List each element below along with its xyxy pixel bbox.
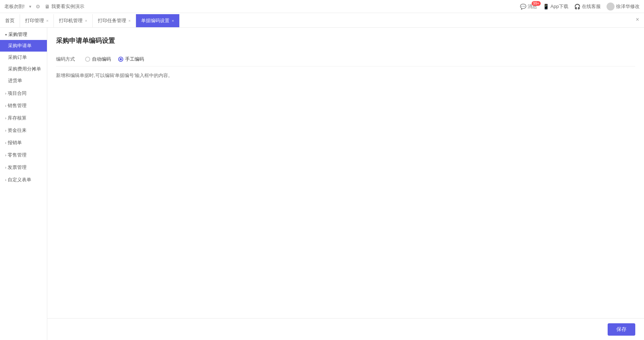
sidebar-group-invoice[interactable]: › 发票管理 <box>0 161 47 173</box>
app-icon <box>543 4 549 9</box>
bottom-bar: 保存 <box>47 318 644 340</box>
auto-code-radio[interactable] <box>85 57 90 62</box>
sidebar-group-retail[interactable]: › 零售管理 <box>0 148 47 161</box>
sidebar-group-sales-arrow: › <box>5 104 6 108</box>
content-area: 采购申请单编码设置 编码方式 自动编码 手工编码 新增和编辑单据时,可以编辑'单… <box>47 28 644 340</box>
demo-link[interactable]: 我要看实例演示 <box>45 3 84 10</box>
page-title: 采购申请单编码设置 <box>56 36 635 45</box>
sidebar-group-project-arrow: › <box>5 92 6 96</box>
tab-print-task-management[interactable]: 打印任务管理 × <box>93 14 136 27</box>
encoding-radio-group: 自动编码 手工编码 <box>85 56 144 62</box>
encoding-section: 编码方式 自动编码 手工编码 <box>56 52 635 66</box>
sidebar-group-purchase: ▾ 采购管理 采购申请单 采购订单 采购费用分摊单 进货单 <box>0 28 47 86</box>
sidebar-group-custom-form[interactable]: › 自定义表单 <box>0 173 47 185</box>
sidebar-group-purchase-header[interactable]: ▾ 采购管理 <box>0 28 47 40</box>
top-bar-left: 老板勿割! ▾ ⚙ 我要看实例演示 <box>4 3 84 10</box>
sidebar-group-purchase-arrow: ▾ <box>5 33 7 37</box>
online-service-button[interactable]: 在线客服 <box>574 3 601 10</box>
tab-close-printer-management[interactable]: × <box>85 19 87 23</box>
save-button[interactable]: 保存 <box>608 323 635 336</box>
tab-code-settings[interactable]: 单据编码设置 × <box>136 14 179 27</box>
sidebar-group-capital[interactable]: › 资金往来 <box>0 124 47 136</box>
sidebar-group-sales[interactable]: › 销售管理 <box>0 99 47 111</box>
tab-close-code-settings[interactable]: × <box>172 19 174 23</box>
app-download-button[interactable]: App下载 <box>543 3 568 10</box>
settings-icon[interactable]: ⚙ <box>36 4 40 9</box>
sidebar: ▾ 采购管理 采购申请单 采购订单 采购费用分摊单 进货单 › 项目合同 › 销… <box>0 28 47 340</box>
sidebar-item-purchase-order[interactable]: 采购订单 <box>0 52 47 63</box>
manual-code-radio[interactable] <box>118 57 123 62</box>
logo-text: 老板勿割! <box>4 3 25 10</box>
top-bar-right: 消息 99+ App下载 在线客服 徐泽华修改 <box>520 3 640 11</box>
message-icon <box>520 4 526 9</box>
sidebar-group-expense[interactable]: › 报销单 <box>0 136 47 148</box>
sidebar-group-inventory-arrow: › <box>5 116 6 120</box>
sidebar-item-purchase-expense[interactable]: 采购费用分摊单 <box>0 63 47 75</box>
avatar <box>607 3 615 11</box>
sidebar-group-project-contract[interactable]: › 项目合同 <box>0 86 47 99</box>
tab-close-print-management[interactable]: × <box>46 19 48 23</box>
logo-dropdown-icon[interactable]: ▾ <box>29 4 31 9</box>
sidebar-group-custom-arrow: › <box>5 178 6 182</box>
auto-code-option[interactable]: 自动编码 <box>85 56 111 62</box>
encoding-label: 编码方式 <box>56 56 78 62</box>
main-layout: ▾ 采购管理 采购申请单 采购订单 采购费用分摊单 进货单 › 项目合同 › 销… <box>0 28 644 340</box>
sidebar-item-purchase-request[interactable]: 采购申请单 <box>0 40 47 52</box>
message-button[interactable]: 消息 99+ <box>520 3 537 10</box>
sidebar-group-expense-arrow: › <box>5 141 6 145</box>
sidebar-group-capital-arrow: › <box>5 129 6 133</box>
user-menu-button[interactable]: 徐泽华修改 <box>607 3 640 11</box>
content-inner: 采购申请单编码设置 编码方式 自动编码 手工编码 新增和编辑单据时,可以编辑'单… <box>47 28 644 318</box>
sidebar-item-stock-in[interactable]: 进货单 <box>0 75 47 86</box>
top-bar: 老板勿割! ▾ ⚙ 我要看实例演示 消息 99+ App下载 在线客服 徐泽华修… <box>0 0 644 13</box>
service-icon <box>574 4 580 9</box>
demo-icon <box>45 4 50 9</box>
sidebar-group-inventory[interactable]: › 库存核算 <box>0 111 47 124</box>
tab-printer-management[interactable]: 打印机管理 × <box>54 14 92 27</box>
message-badge: 99+ <box>532 1 541 6</box>
tab-close-print-task[interactable]: × <box>128 19 131 23</box>
sidebar-group-retail-arrow: › <box>5 153 6 157</box>
tab-home[interactable]: 首页 <box>0 14 20 27</box>
tab-print-management[interactable]: 打印管理 × <box>20 14 54 27</box>
hint-text: 新增和编辑单据时,可以编辑'单据编号'输入框中的内容。 <box>56 72 635 79</box>
close-all-tabs-button[interactable]: × <box>631 13 644 26</box>
tab-bar: 首页 打印管理 × 打印机管理 × 打印任务管理 × 单据编码设置 × × <box>0 13 644 28</box>
manual-code-option[interactable]: 手工编码 <box>118 56 144 62</box>
sidebar-group-invoice-arrow: › <box>5 166 6 170</box>
